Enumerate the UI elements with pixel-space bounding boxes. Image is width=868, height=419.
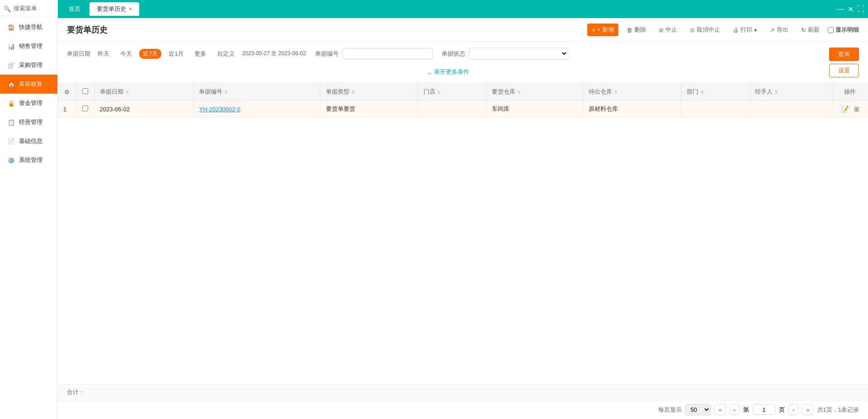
date-btn-1month[interactable]: 近1月: [165, 49, 187, 59]
new-button-label: + 新增: [597, 26, 614, 34]
date-btn-today[interactable]: 今天: [117, 49, 136, 59]
sidebar-item-purchase[interactable]: 🛒 采购管理: [0, 56, 57, 75]
expand-label: 展开更多条件: [434, 68, 469, 76]
row-delete-button[interactable]: ⊞: [852, 105, 861, 114]
cancel-stop-button-label: 取消中止: [697, 26, 720, 34]
th-handler-label: 经手人: [755, 88, 773, 96]
doc-no-input[interactable]: [342, 48, 433, 59]
tab-bar-right: — ✕ ⛶: [837, 5, 864, 14]
th-doc-no[interactable]: 单据编号 ⇅: [193, 83, 321, 101]
table-row[interactable]: 1 2023-06-02 YH-20230602-0 要货单要货 车间库 原材料…: [58, 101, 868, 118]
td-req-warehouse: 车间库: [486, 101, 583, 118]
doc-no-link[interactable]: YH-20230602-0: [199, 106, 241, 113]
print-button[interactable]: 🖨 打印 ▾: [728, 24, 762, 36]
main-area: 首页 要货单历史 × — ✕ ⛶ 要货单历史 + + 新增 🗑 删除 ⊘: [58, 0, 868, 419]
th-checkbox[interactable]: [76, 83, 94, 101]
tab-home[interactable]: 首页: [61, 2, 88, 16]
date-range-display: 2023-05-27 至 2023-06-02: [242, 50, 306, 57]
td-doc-no[interactable]: YH-20230602-0: [193, 101, 321, 118]
cancel-stop-button[interactable]: ⊙ 取消中止: [685, 24, 725, 36]
doc-no-label: 单据编号: [315, 50, 339, 58]
plus-icon: +: [592, 27, 595, 33]
window-minimize-icon[interactable]: —: [837, 5, 844, 13]
tab-requisition-label: 要货单历史: [97, 5, 126, 13]
tab-close-icon[interactable]: ×: [129, 6, 132, 12]
tab-home-label: 首页: [69, 5, 80, 13]
table-settings-icon[interactable]: ⚙: [64, 89, 70, 95]
delete-icon: 🗑: [627, 27, 632, 33]
filter-bar: 单据日期 昨天 今天 近7天 近1月 更多 自定义 2023-05-27 至 2…: [58, 42, 868, 83]
page-number-input[interactable]: [753, 405, 775, 415]
sidebar-item-inventory[interactable]: 🏠 库存核算: [0, 75, 57, 94]
page-size-select[interactable]: 20 50 100 200: [685, 404, 711, 415]
date-btn-7days[interactable]: 近7天: [139, 49, 161, 59]
delete-button-label: 删除: [634, 26, 646, 34]
query-button[interactable]: 查询: [829, 48, 859, 61]
cancel-stop-icon: ⊙: [690, 27, 695, 33]
sort-icon: ⇅: [774, 90, 778, 95]
operations-icon: 📋: [7, 118, 15, 126]
sort-icon: ⇅: [125, 90, 129, 95]
stop-button[interactable]: ⊘ 中止: [654, 24, 682, 36]
first-page-button[interactable]: «: [714, 405, 726, 415]
date-btn-custom[interactable]: 自定义: [213, 49, 238, 59]
filter-date-group: 单据日期 昨天 今天 近7天 近1月 更多 自定义 2023-05-27 至 2…: [67, 49, 306, 59]
window-close-icon[interactable]: ✕: [848, 5, 854, 14]
sidebar-search[interactable]: 🔍 搜索菜单: [0, 0, 57, 18]
sidebar-item-label: 库存核算: [19, 80, 42, 88]
filter-row-1: 单据日期 昨天 今天 近7天 近1月 更多 自定义 2023-05-27 至 2…: [67, 48, 829, 60]
next-page-button[interactable]: ›: [788, 405, 798, 415]
sidebar-item-sales[interactable]: 📊 销售管理: [0, 37, 57, 56]
date-btn-more[interactable]: 更多: [191, 49, 210, 59]
stop-icon: ⊘: [659, 27, 664, 33]
sidebar-item-finance[interactable]: 🔒 资金管理: [0, 94, 57, 113]
td-checkbox[interactable]: [76, 101, 94, 118]
sidebar-item-system[interactable]: ⚙️ 系统管理: [0, 151, 57, 170]
sidebar-item-operations[interactable]: 📋 经营管理: [0, 113, 57, 132]
doc-status-label: 单据状态: [442, 50, 465, 58]
summary-label: 合计：: [67, 388, 85, 396]
filter-status-group: 单据状态: [442, 48, 568, 60]
select-all-checkbox[interactable]: [82, 88, 88, 94]
sidebar-item-quick-nav[interactable]: 🏠 快捷导航: [0, 18, 57, 37]
th-handler[interactable]: 经手人 ⇅: [749, 83, 832, 101]
th-doc-type[interactable]: 单据类型 ⇅: [320, 83, 418, 101]
th-doc-date-label: 单据日期: [100, 88, 123, 96]
th-req-warehouse[interactable]: 要货仓库 ⇅: [486, 83, 583, 101]
sort-icon: ⇅: [351, 90, 355, 95]
export-button[interactable]: ↗ 导出: [765, 24, 793, 36]
th-doc-date[interactable]: 单据日期 ⇅: [94, 83, 193, 101]
total-info: 共1页，1条记录: [817, 406, 859, 414]
row-checkbox[interactable]: [82, 105, 88, 111]
th-store[interactable]: 门店 ⇅: [418, 83, 486, 101]
window-expand-icon[interactable]: ⛶: [857, 5, 864, 13]
search-icon: 🔍: [4, 5, 11, 12]
sidebar-item-basic[interactable]: 📄 基础信息: [0, 132, 57, 151]
expand-conditions-button[interactable]: ⌄ 展开更多条件: [427, 68, 469, 76]
home-icon: 🏠: [7, 23, 15, 31]
sidebar-item-label: 系统管理: [19, 156, 42, 164]
delete-button[interactable]: 🗑 删除: [622, 24, 651, 36]
refresh-button[interactable]: ↻ 刷新: [797, 24, 824, 36]
new-button[interactable]: + + 新增: [587, 24, 618, 36]
date-btn-yesterday[interactable]: 昨天: [94, 49, 113, 59]
filter-setting-button[interactable]: 设置: [829, 64, 859, 77]
table-footer: 合计：: [58, 384, 868, 400]
display-detail-toggle[interactable]: 显示明细: [828, 26, 859, 34]
th-action-label: 操作: [844, 88, 856, 95]
display-detail-checkbox[interactable]: [828, 27, 834, 33]
th-doc-type-label: 单据类型: [326, 88, 349, 96]
doc-status-select[interactable]: [469, 48, 568, 60]
last-page-button[interactable]: »: [802, 405, 813, 415]
prev-page-button[interactable]: ‹: [730, 405, 740, 415]
inventory-icon: 🏠: [7, 80, 15, 88]
th-department-label: 部门: [687, 88, 698, 96]
date-filter-label: 单据日期: [67, 50, 90, 58]
td-action: 📝 ⊞: [832, 101, 868, 118]
th-department[interactable]: 部门 ⇅: [681, 83, 749, 101]
row-edit-button[interactable]: 📝: [839, 105, 850, 114]
requisition-table: ⚙ 单据日期 ⇅ 单据编号: [58, 83, 868, 118]
tab-requisition-history[interactable]: 要货单历史 ×: [90, 2, 139, 16]
th-pending-warehouse[interactable]: 待出仓库 ⇅: [583, 83, 681, 101]
th-settings[interactable]: ⚙: [58, 83, 76, 101]
